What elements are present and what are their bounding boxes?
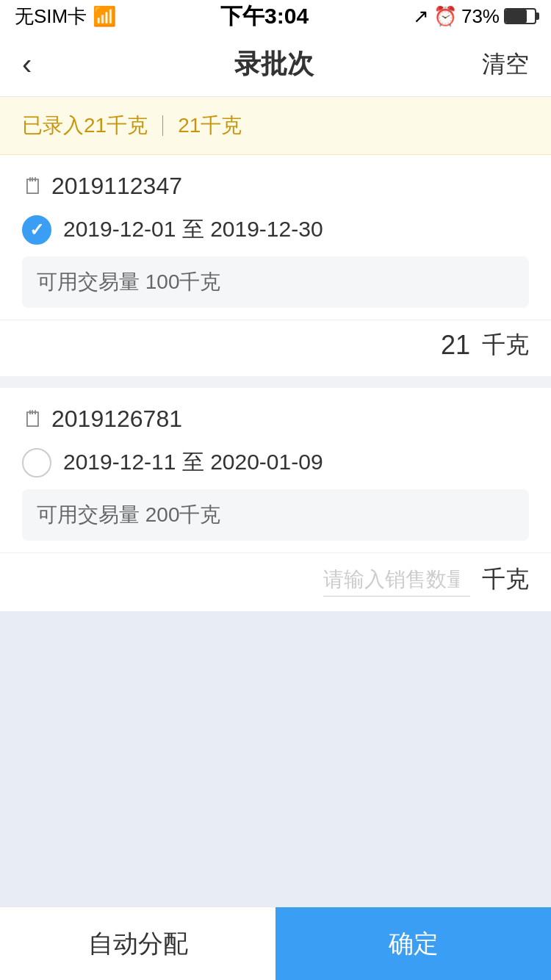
section-divider-1 <box>0 376 551 388</box>
status-right: ↗ ⏰ 73% <box>413 5 536 28</box>
back-button[interactable]: ‹ <box>22 48 66 81</box>
batch-avail-2: 可用交易量 200千克 <box>22 489 529 541</box>
battery-percent: 73% <box>461 5 500 28</box>
summary-value: 21千克 <box>178 112 242 140</box>
batch-date-row-1: 2019-12-01 至 2019-12-30 <box>0 209 551 251</box>
alarm-icon: ⏰ <box>433 5 457 28</box>
batch-header-2: 🗒 2019126781 <box>0 388 551 442</box>
status-bar: 无SIM卡 📶 下午3:04 ↗ ⏰ 73% <box>0 0 551 32</box>
batch-card-2: 🗒 2019126781 2019-12-11 至 2020-01-09 可用交… <box>0 388 551 611</box>
batch-date-row-2: 2019-12-11 至 2020-01-09 <box>0 442 551 483</box>
status-time: 下午3:04 <box>220 1 309 32</box>
qty-unit-2: 千克 <box>482 563 529 596</box>
battery-icon <box>504 8 536 24</box>
batch-id-1: 2019112347 <box>51 173 182 200</box>
batch-input-row-1: 21 千克 <box>0 320 551 376</box>
radio-btn-1[interactable] <box>22 215 51 245</box>
status-left: 无SIM卡 📶 <box>15 4 116 29</box>
batch-date-2: 2019-12-11 至 2020-01-09 <box>63 447 323 478</box>
batch-card-1: 🗒 2019112347 2019-12-01 至 2019-12-30 可用交… <box>0 155 551 376</box>
batch-header-1: 🗒 2019112347 <box>0 155 551 209</box>
radio-btn-2[interactable] <box>22 448 51 478</box>
clear-button[interactable]: 清空 <box>482 48 529 81</box>
qty-input-2[interactable] <box>323 562 470 597</box>
content-area: 🗒 2019112347 2019-12-01 至 2019-12-30 可用交… <box>0 155 551 980</box>
summary-label: 已录入21千克 <box>22 112 148 140</box>
batch-date-1: 2019-12-01 至 2019-12-30 <box>63 215 323 245</box>
carrier-label: 无SIM卡 <box>15 4 87 29</box>
wifi-icon: 📶 <box>93 5 116 28</box>
batch-icon-2: 🗒 <box>22 407 44 432</box>
page-title: 录批次 <box>234 46 314 82</box>
batch-id-2: 2019126781 <box>51 406 182 433</box>
batch-avail-1: 可用交易量 100千克 <box>22 256 529 308</box>
nav-bar: ‹ 录批次 清空 <box>0 32 551 97</box>
qty-unit-1: 千克 <box>482 329 529 361</box>
summary-bar: 已录入21千克 21千克 <box>0 97 551 155</box>
confirm-button[interactable]: 确定 <box>276 907 551 980</box>
bottom-bar: 自动分配 确定 <box>0 907 551 980</box>
batch-icon-1: 🗒 <box>22 174 44 199</box>
qty-value-1: 21 <box>411 330 470 361</box>
location-icon: ↗ <box>413 5 429 28</box>
auto-distribute-button[interactable]: 自动分配 <box>0 907 276 980</box>
batch-input-row-2: 千克 <box>0 552 551 611</box>
summary-divider <box>162 115 163 136</box>
